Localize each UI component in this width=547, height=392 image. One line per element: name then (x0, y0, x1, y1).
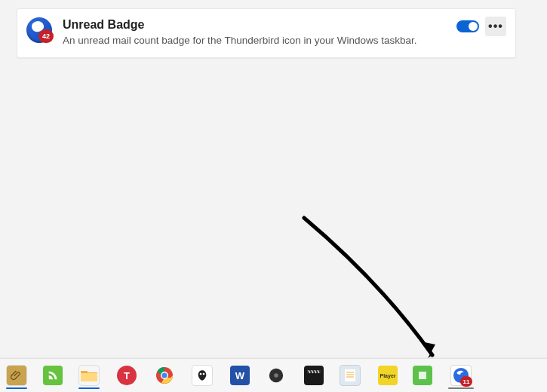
paperclip-icon (11, 369, 23, 381)
taskbar-item-player-app[interactable]: Player (374, 362, 401, 389)
taskbar-item-alien-app[interactable] (189, 362, 216, 389)
unread-badge-icon: 42 (26, 17, 52, 43)
svg-point-4 (274, 373, 278, 378)
svg-point-2 (161, 372, 167, 378)
addon-title: Unread Badge (63, 18, 144, 32)
player-icon: Player (380, 373, 395, 378)
taskbar-item-word-app[interactable]: W (226, 362, 254, 389)
taskbar-item-media-app[interactable] (300, 362, 327, 389)
alien-icon (196, 369, 208, 381)
addon-description: An unread mail count badge for the Thund… (63, 35, 417, 46)
sheet-icon (345, 369, 355, 381)
taskbar-item-file-explorer[interactable] (75, 362, 103, 389)
taskbar-item-green-app[interactable] (409, 362, 436, 389)
svg-rect-7 (345, 369, 355, 381)
taskbar-item-notes-app[interactable] (336, 362, 364, 389)
word-icon: W (235, 370, 244, 381)
disc-icon (268, 367, 284, 384)
folder-icon (80, 368, 98, 383)
svg-rect-8 (419, 372, 426, 379)
pointer-arrow (298, 215, 456, 373)
taskbar-item-rss-reader[interactable] (39, 362, 66, 389)
taskbar-item-t-app[interactable]: T (113, 362, 140, 389)
more-options-button[interactable]: ••• (485, 17, 506, 36)
chrome-icon (155, 366, 174, 384)
letter-t-icon: T (124, 370, 130, 381)
icon-badge-count: 42 (42, 33, 50, 40)
clapperboard-icon (307, 370, 321, 381)
taskbar-item-disc-app[interactable] (263, 362, 290, 389)
box-icon (417, 370, 428, 381)
addon-card: 42 Unread Badge An unread mail count bad… (17, 8, 516, 58)
taskbar-item-thunderbird[interactable]: 11 (445, 362, 477, 389)
enable-toggle[interactable] (456, 20, 479, 32)
taskbar-item-attachment-app[interactable] (3, 362, 30, 389)
rss-icon (47, 369, 59, 381)
taskbar-item-chrome-browser[interactable] (151, 362, 178, 389)
windows-taskbar: T W (0, 358, 547, 392)
taskbar-badge-count: 11 (463, 378, 470, 385)
